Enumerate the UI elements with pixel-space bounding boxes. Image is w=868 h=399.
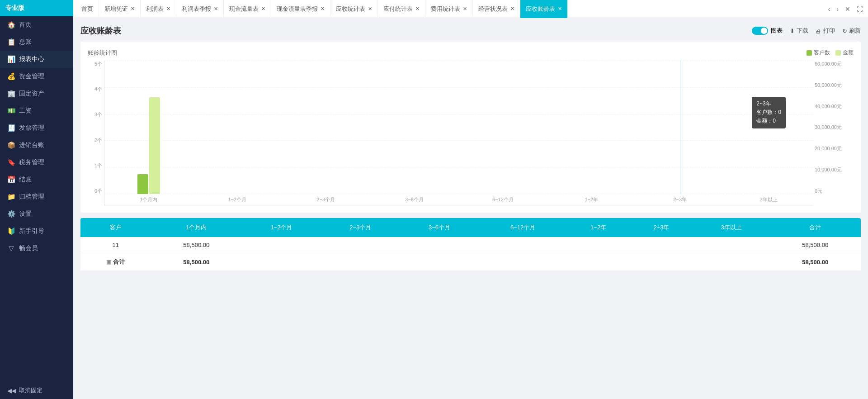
sidebar-item-salary[interactable]: 💵工资 <box>0 102 73 119</box>
sidebar-label-member: 畅会员 <box>19 244 38 252</box>
sidebar-item-capital[interactable]: 💰资金管理 <box>0 68 73 85</box>
tab-cashflow-q[interactable]: 现金流量表季报✕ <box>271 0 330 18</box>
table-cell <box>567 237 630 253</box>
tab-expense[interactable]: 费用统计表✕ <box>425 0 473 18</box>
tab-ar-stats[interactable]: 应收统计表✕ <box>330 0 378 18</box>
sidebar-item-ledger[interactable]: 📋总账 <box>0 33 73 51</box>
tab-close-ar-stats[interactable]: ✕ <box>368 6 372 12</box>
tab-prev-icon[interactable]: ‹ <box>826 5 833 14</box>
total-cell <box>321 253 400 271</box>
print-label: 打印 <box>823 27 835 35</box>
sidebar-item-closing[interactable]: 📅结账 <box>0 171 73 188</box>
table-cell <box>400 237 479 253</box>
tab-close-expense[interactable]: ✕ <box>463 6 467 12</box>
sidebar-icon-guide: 🔰 <box>7 227 15 235</box>
sidebar-item-invoice[interactable]: 🧾发票管理 <box>0 119 73 137</box>
legend-customers-label: 客户数 <box>814 49 830 57</box>
tab-close-all-icon[interactable]: ✕ <box>843 5 853 14</box>
sidebar-item-settings[interactable]: ⚙️设置 <box>0 205 73 223</box>
legend-amount: 金额 <box>835 49 854 57</box>
tab-profit[interactable]: 利润表✕ <box>141 0 176 18</box>
y-left-label: 1个 <box>94 162 102 169</box>
sidebar-label-settings: 设置 <box>19 210 32 218</box>
sidebar-label-capital: 资金管理 <box>19 72 44 81</box>
legend-amount-label: 金额 <box>843 49 854 57</box>
tab-next-icon[interactable]: › <box>834 5 841 14</box>
table-header-cell: 3~6个月 <box>400 218 479 237</box>
tab-fullscreen-icon[interactable]: ⛶ <box>854 5 865 14</box>
total-cell: ▣合计 <box>80 253 151 271</box>
tab-ap-stats[interactable]: 应付统计表✕ <box>378 0 425 18</box>
legend-amount-dot <box>835 50 841 56</box>
sidebar-label-guide: 新手引导 <box>19 227 44 235</box>
table-header-cell: 3年以上 <box>693 218 770 237</box>
tab-close-cashflow[interactable]: ✕ <box>261 6 265 12</box>
sidebar-item-guide[interactable]: 🔰新手引导 <box>0 223 73 240</box>
tab-label-ar-stats: 应收统计表 <box>336 5 365 13</box>
table-cell <box>693 237 770 253</box>
sidebar-icon-member: ▽ <box>7 244 15 252</box>
tab-close-business[interactable]: ✕ <box>510 6 514 12</box>
tab-navigation: ‹ › ✕ ⛶ <box>826 5 865 14</box>
download-button[interactable]: ⬇ 下载 <box>790 27 808 35</box>
y-right-label: 60,000.00元 <box>815 61 842 67</box>
sidebar-item-assets[interactable]: 🏢固定资产 <box>0 85 73 102</box>
main-area: 首页新增凭证✕利润表✕利润表季报✕现金流量表✕现金流量表季报✕应收统计表✕应付统… <box>73 0 868 399</box>
page-header: 应收账龄表 图表 ⬇ 下载 🖨 打印 ↻ 刷新 <box>80 25 861 36</box>
sidebar-item-sales[interactable]: 📦进销台账 <box>0 137 73 154</box>
table-cell: 11 <box>80 237 151 253</box>
table-header-cell: 1~2个月 <box>242 218 321 237</box>
table-header-cell: 6~12个月 <box>479 218 567 237</box>
sidebar-icon-invoice: 🧾 <box>7 124 15 132</box>
total-cell <box>479 253 567 271</box>
chart-toggle[interactable] <box>752 27 768 35</box>
sidebar-item-reports[interactable]: 📊报表中心 <box>0 51 73 68</box>
sidebar-item-archive[interactable]: 📁归档管理 <box>0 188 73 205</box>
sidebar-icon-settings: ⚙️ <box>7 210 15 218</box>
sidebar: 专业版 🏠首页📋总账📊报表中心💰资金管理🏢固定资产💵工资🧾发票管理📦进销台账🔖税… <box>0 0 73 399</box>
x-label: 1~2个月 <box>193 196 282 203</box>
tab-close-cashflow-q[interactable]: ✕ <box>321 6 325 12</box>
tab-label-cashflow: 现金流量表 <box>229 5 259 13</box>
sidebar-label-invoice: 发票管理 <box>19 124 44 132</box>
total-cell <box>630 253 693 271</box>
tab-close-profit-q[interactable]: ✕ <box>214 6 218 12</box>
sidebar-item-home[interactable]: 🏠首页 <box>0 16 73 33</box>
chart-container: 5个4个3个2个1个0个 2~3年客户数：0金额：0 1个月内1~2个月2~3个… <box>88 61 854 205</box>
tab-voucher[interactable]: 新增凭证✕ <box>99 0 141 18</box>
bar-group-0 <box>104 61 193 194</box>
y-right-label: 30,000.00元 <box>815 124 842 131</box>
chart-area: 2~3年客户数：0金额：0 1个月内1~2个月2~3个月3~6个月6~12个月1… <box>104 61 813 205</box>
tab-close-ap-stats[interactable]: ✕ <box>415 6 420 12</box>
bar-group-4 <box>459 61 547 194</box>
table-cell <box>479 237 567 253</box>
sidebar-item-member[interactable]: ▽畅会员 <box>0 240 73 257</box>
tab-close-profit[interactable]: ✕ <box>166 6 170 12</box>
tab-home[interactable]: 首页 <box>76 0 99 18</box>
legend-customers-dot <box>807 50 812 56</box>
tab-cashflow[interactable]: 现金流量表✕ <box>224 0 271 18</box>
total-cell: 58,500.00 <box>151 253 242 271</box>
unpin-button[interactable]: ◀◀ 取消固定 <box>0 382 73 399</box>
sidebar-icon-capital: 💰 <box>7 72 15 81</box>
tab-profit-q[interactable]: 利润表季报✕ <box>176 0 224 18</box>
sidebar-label-assets: 固定资产 <box>19 90 44 98</box>
tab-ar-aging[interactable]: 应收账龄表✕ <box>520 0 568 18</box>
unpin-label: 取消固定 <box>19 386 42 394</box>
tab-label-home: 首页 <box>81 5 93 13</box>
total-cell: 58,500.00 <box>769 253 861 271</box>
bar-group-7 <box>724 61 813 194</box>
sidebar-item-tax[interactable]: 🔖税务管理 <box>0 154 73 171</box>
tab-close-ar-aging[interactable]: ✕ <box>558 6 562 12</box>
sidebar-icon-archive: 📁 <box>7 193 15 201</box>
tab-close-voucher[interactable]: ✕ <box>131 6 135 12</box>
bar-group-2 <box>282 61 370 194</box>
print-button[interactable]: 🖨 打印 <box>816 27 835 35</box>
tab-business[interactable]: 经营状况表✕ <box>473 0 520 18</box>
sidebar-icon-sales: 📦 <box>7 141 15 149</box>
refresh-button[interactable]: ↻ 刷新 <box>842 27 861 35</box>
sidebar-icon-ledger: 📋 <box>7 38 15 46</box>
sidebar-label-tax: 税务管理 <box>19 158 44 166</box>
y-axis-right: 60,000.00元50,000.00元40,000.00元30,000.00元… <box>813 61 854 205</box>
refresh-label: 刷新 <box>849 27 861 35</box>
